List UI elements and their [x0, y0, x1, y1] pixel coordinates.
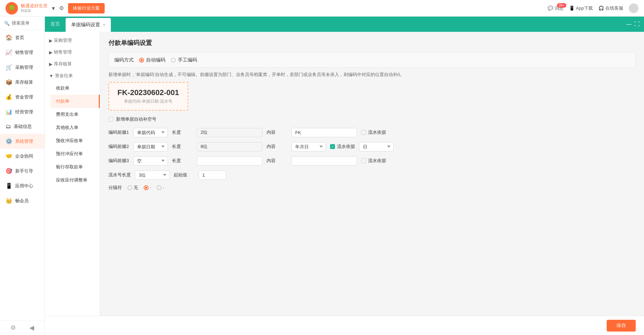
save-button[interactable]: 保存: [607, 320, 636, 332]
sep-dash-dot: [157, 185, 162, 190]
content-area: 首页 单据编码设置 × — ⛶ ▶ 采购管理 ▶ 销售管理: [45, 17, 644, 335]
prefix3-serial-checkbox[interactable]: 流水依据: [361, 158, 386, 164]
search-menu[interactable]: 🔍 搜索菜单: [0, 17, 45, 30]
sep-dot-radio[interactable]: ·: [144, 185, 151, 190]
sidebar-item-finance[interactable]: 💰 资金管理: [0, 90, 45, 104]
left-nav-item-expense[interactable]: 费用支出单: [50, 108, 100, 121]
prefix1-content-input[interactable]: [291, 128, 357, 137]
prefix1-serial-check-box[interactable]: [361, 130, 366, 135]
left-nav-item-receipt[interactable]: 收款单: [50, 82, 100, 95]
left-nav-item-ar-ap[interactable]: 应收应付调整单: [50, 174, 100, 187]
info-text: 新增单据时，'单据编码'自动生成，不可编辑。前缀设置为部门、业务员等档案类，开单…: [108, 68, 636, 82]
sidebar-item-stock[interactable]: 📦 库存核算: [0, 75, 45, 90]
left-nav-item-bank[interactable]: 银行存取款单: [50, 160, 100, 174]
serial-len-row: 流水号长度 3位 起始值: [108, 170, 636, 180]
home-icon: 🏠: [6, 34, 12, 41]
sidebar-item-operations[interactable]: 📊 经营管理: [0, 104, 45, 119]
prefix2-unit-select[interactable]: 日: [359, 142, 394, 151]
left-nav-group-capital-arrow: ▼: [49, 73, 54, 78]
prefix1-select[interactable]: 单据代码: [133, 128, 168, 137]
left-nav-children-capital: 收款单 付款单 费用支出单 其他收入单 预收冲应收单 预付冲: [45, 82, 100, 187]
left-nav-item-advance-recv[interactable]: 预收冲应收单: [50, 134, 100, 147]
prefix2-serial-check-box[interactable]: ✓: [330, 144, 335, 149]
sidebar-item-home[interactable]: 🏠 首页: [0, 30, 45, 45]
left-nav: ▶ 采购管理 ▶ 销售管理 ▶ 库存核算 ▼ 资金往来 收款单: [45, 32, 100, 316]
logo-text: 畅通道好生意 精益版: [21, 3, 48, 13]
online-service-btn[interactable]: 🎧 在线客服: [598, 5, 623, 11]
tab-expand-btn[interactable]: ⛶: [634, 21, 640, 27]
prefix2-select[interactable]: 单据日期: [133, 142, 168, 151]
tab-minimize-btn[interactable]: —: [626, 21, 632, 27]
trial-btn[interactable]: 体验行业方案: [68, 3, 105, 13]
nav-dropdown-btn[interactable]: ▾: [52, 4, 55, 12]
sidebar-item-guide[interactable]: 🎯 新手引导: [0, 164, 45, 178]
system-icon: ⚙️: [6, 138, 12, 145]
left-nav-item-payment[interactable]: 付款单: [50, 95, 100, 108]
main-layout: 🔍 搜索菜单 🏠 首页 📈 销售管理 🛒 采购管理 📦 库存核算 💰 资金管理 …: [0, 17, 644, 335]
auto-encode-radio[interactable]: 自动编码: [139, 57, 165, 63]
auto-fill-checkbox[interactable]: [108, 117, 113, 122]
finance-icon: 💰: [6, 94, 12, 100]
tab-home[interactable]: 首页: [45, 17, 66, 32]
sep-dot-dot: [144, 185, 148, 190]
prefix3-len-label: 长度: [172, 158, 193, 164]
left-nav-group-stock[interactable]: ▶ 库存核算: [45, 58, 100, 70]
topbar-left: 🍀 畅通道好生意 精益版 ▾ ⚙ 体验行业方案: [6, 2, 105, 15]
sidebar-item-base[interactable]: 🗂 基础信息: [0, 119, 45, 134]
prefix1-row: 编码前缀1 单据代码 长度 内容 流水依据: [108, 128, 636, 137]
manual-encode-dot: [171, 58, 176, 63]
sidebar-item-sales[interactable]: 📈 销售管理: [0, 45, 45, 60]
user-avatar[interactable]: [629, 3, 638, 13]
separator-row: 分隔符 无 · ·: [108, 185, 636, 191]
bottom-bar: 保存: [45, 316, 644, 335]
prefix3-serial-check-box[interactable]: [361, 158, 366, 163]
base-icon: 🗂: [6, 123, 11, 130]
left-nav-group-purchase[interactable]: ▶ 采购管理: [45, 35, 100, 46]
prefix3-content-input[interactable]: [291, 156, 357, 166]
sidebar-item-corp[interactable]: 🤝 企业协同: [0, 149, 45, 164]
auto-fill-row: 新增单据自动补空号: [108, 116, 636, 122]
prefix2-content-select[interactable]: 年月日: [291, 142, 326, 151]
left-nav-group-purchase-arrow: ▶: [49, 38, 52, 43]
sidebar-item-apps[interactable]: 📱 应用中心: [0, 178, 45, 193]
left-nav-group-sales[interactable]: ▶ 销售管理: [45, 46, 100, 58]
sidebar-item-purchase[interactable]: 🛒 采购管理: [0, 60, 45, 75]
serial-len-label: 流水号长度: [108, 172, 131, 178]
auto-encode-dot: [139, 58, 144, 63]
manual-encode-radio[interactable]: 手工编码: [171, 57, 197, 63]
app-download-btn[interactable]: 📱 App下载: [569, 5, 593, 11]
settings-gear-btn[interactable]: ⚙: [59, 5, 64, 11]
left-nav-item-other-income[interactable]: 其他收入单: [50, 121, 100, 134]
guide-icon: 🎯: [6, 168, 12, 174]
serial-start-input[interactable]: [199, 170, 226, 180]
prefix3-select[interactable]: 空: [133, 156, 168, 166]
code-preview: FK-20230602-001 单据代码-单据日期-流水号: [108, 82, 188, 111]
prefix3-label: 编码前缀3: [108, 158, 129, 164]
sidebar-settings-btn[interactable]: ⚙: [10, 324, 16, 332]
prefix2-serial-checkbox[interactable]: ✓ 流水依据: [330, 143, 355, 150]
tab-close-btn[interactable]: ×: [103, 22, 105, 27]
left-nav-group-sales-arrow: ▶: [49, 50, 52, 55]
sidebar: 🔍 搜索菜单 🏠 首页 📈 销售管理 🛒 采购管理 📦 库存核算 💰 资金管理 …: [0, 17, 45, 335]
tab-encode-settings[interactable]: 单据编码设置 ×: [66, 18, 111, 32]
corp-icon: 🤝: [6, 153, 12, 159]
left-nav-group-capital[interactable]: ▼ 资金往来: [45, 70, 100, 82]
tab-bar-actions: — ⛶: [626, 21, 644, 27]
serial-len-select[interactable]: 3位: [135, 170, 170, 180]
logo-icon: 🍀: [6, 2, 18, 15]
sidebar-item-system[interactable]: ⚙️ 系统管理: [0, 134, 45, 149]
code-preview-sub: 单据代码-单据日期-流水号: [117, 99, 179, 104]
encoding-method-row: 编码方式 自动编码 手工编码: [108, 53, 636, 68]
sidebar-item-member[interactable]: 👑 畅会员: [0, 193, 45, 208]
prefix2-len-label: 长度: [172, 143, 193, 150]
prefix1-len-label: 长度: [172, 129, 193, 136]
tab-bar: 首页 单据编码设置 × — ⛶: [45, 17, 644, 32]
sep-dash-radio[interactable]: ·: [157, 185, 164, 190]
prefix1-serial-checkbox[interactable]: 流水依据: [361, 129, 386, 136]
message-btn[interactable]: 💬 消息 99+: [548, 5, 564, 11]
left-nav-item-advance-pay[interactable]: 预付冲应付单: [50, 147, 100, 160]
auto-fill-label: 新增单据自动补空号: [116, 116, 156, 122]
sidebar-collapse-btn[interactable]: ◀: [29, 324, 34, 332]
sep-none-radio[interactable]: 无: [127, 185, 138, 191]
prefix3-len-input[interactable]: [197, 156, 262, 166]
